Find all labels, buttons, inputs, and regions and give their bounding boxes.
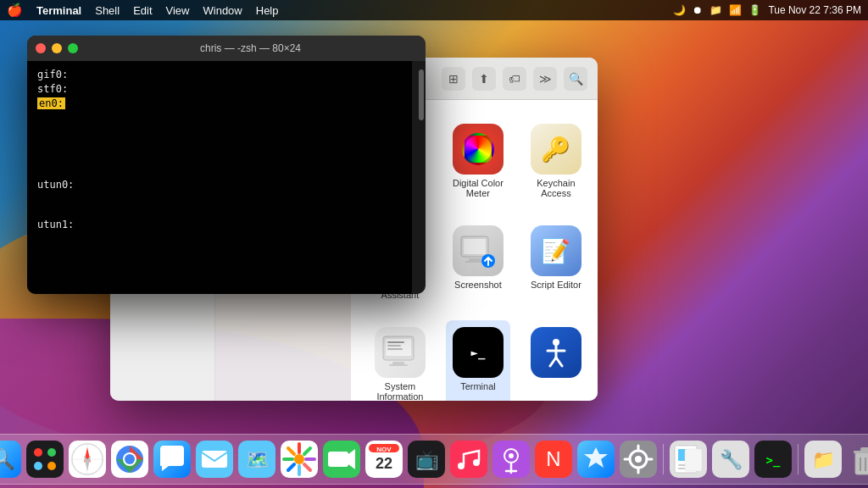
desktop: 🍎 Terminal Shell Edit View Window Help 🌙… (0, 0, 868, 488)
svg-text:🔧: 🔧 (720, 448, 743, 471)
svg-rect-24 (26, 441, 64, 478)
terminal-line-4: utun0: (37, 178, 415, 192)
svg-rect-6 (464, 239, 486, 254)
app-item-system-information[interactable]: SystemInformation (368, 320, 432, 401)
dock-item-messages[interactable] (153, 440, 192, 479)
screenshot-label: Screenshot (454, 280, 502, 290)
dock: 🔍 (0, 434, 868, 485)
svg-rect-15 (392, 362, 404, 364)
svg-point-66 (473, 459, 480, 466)
svg-rect-42 (202, 451, 227, 468)
svg-point-25 (34, 448, 42, 457)
svg-point-46 (294, 454, 304, 464)
dock-item-launchpad[interactable] (25, 440, 64, 479)
dock-item-calendar[interactable]: NOV 22 (364, 440, 403, 479)
dock-item-finder[interactable]: 🔍 (0, 440, 22, 479)
app-item-keychain-access[interactable]: 🔑 Keychain Access (524, 117, 588, 205)
share-button[interactable]: ⬆ (472, 67, 496, 91)
search-button[interactable]: 🔍 (564, 67, 587, 91)
dock-item-terminal-dock[interactable]: >_ (754, 440, 793, 479)
svg-text:📁: 📁 (812, 448, 836, 471)
terminal-window: chris — -zsh — 80×24 gif0: stf0: en0: ut… (27, 36, 426, 294)
accessibility-icon (531, 327, 581, 378)
tag-button[interactable]: 🏷 (503, 67, 526, 91)
dock-item-maps[interactable]: 🗺️ (237, 440, 276, 479)
battery-icon: 🔋 (748, 4, 761, 16)
dock-item-facetime[interactable] (322, 440, 361, 479)
svg-rect-16 (389, 364, 408, 366)
app-item-accessibility[interactable] (524, 320, 588, 401)
window-menu[interactable]: Window (203, 4, 242, 17)
dock-item-utilities[interactable]: 🔧 (711, 440, 750, 479)
terminal-highlight-line: en0: (37, 97, 65, 109)
terminal-scrollbar[interactable] (419, 61, 424, 294)
svg-point-27 (34, 462, 42, 470)
svg-text:>_: >_ (766, 453, 781, 468)
script-editor-label: Script Editor (531, 280, 581, 290)
terminal-line-0: gif0: (37, 68, 415, 82)
svg-text:N: N (546, 447, 560, 470)
finder-icon-menu: 📁 (709, 4, 722, 16)
terminal-line-2: en0: (37, 97, 415, 111)
dock-item-preview[interactable] (669, 440, 708, 479)
app-item-digital-color-meter[interactable]: Digital ColorMeter (446, 117, 510, 205)
shell-menu[interactable]: Shell (95, 4, 120, 17)
dock-item-safari[interactable] (68, 440, 107, 479)
terminal-minimize-button[interactable] (52, 43, 62, 53)
svg-rect-12 (387, 341, 404, 343)
terminal-maximize-button[interactable] (68, 43, 78, 53)
svg-point-77 (635, 456, 642, 463)
menubar-right: 🌙 ⏺ 📁 📶 🔋 Tue Nov 22 7:36 PM (673, 4, 861, 16)
app-item-terminal[interactable]: ►_ Terminal (446, 320, 510, 401)
svg-rect-13 (387, 345, 401, 347)
terminal-body[interactable]: gif0: stf0: en0: utun0: utun1: (27, 61, 426, 294)
svg-point-39 (125, 454, 135, 464)
screenshot-icon (453, 225, 504, 276)
svg-rect-87 (685, 449, 702, 471)
svg-point-69 (509, 453, 514, 458)
dock-item-system-preferences[interactable] (619, 440, 658, 479)
view-menu[interactable]: View (166, 4, 190, 17)
svg-text:🔍: 🔍 (0, 446, 15, 471)
dock-item-appstore[interactable] (576, 440, 615, 479)
grid-view-button[interactable]: ⊞ (442, 67, 465, 91)
dock-item-photos[interactable] (280, 440, 319, 479)
more-button[interactable]: ≫ (533, 67, 557, 91)
keychain-access-label: Keychain Access (531, 178, 581, 198)
dock-item-news[interactable]: N (534, 440, 573, 479)
dock-item-chrome[interactable] (110, 440, 149, 479)
system-information-icon (375, 327, 426, 378)
svg-text:22: 22 (376, 455, 392, 472)
app-item-script-editor[interactable]: 📝 Script Editor (524, 219, 588, 307)
wifi-icon: 📶 (729, 4, 742, 16)
keychain-access-icon: 🔑 (531, 124, 581, 175)
svg-point-65 (458, 463, 465, 469)
dock-item-mail[interactable] (195, 440, 234, 479)
dock-item-music[interactable] (449, 440, 488, 479)
terminal-titlebar: chris — -zsh — 80×24 (27, 36, 426, 61)
app-item-screenshot[interactable]: Screenshot (446, 219, 510, 307)
dock-separator (663, 444, 664, 474)
terminal-close-button[interactable] (36, 43, 46, 53)
digital-color-meter-label: Digital ColorMeter (453, 178, 504, 198)
svg-rect-56 (328, 452, 348, 467)
edit-menu[interactable]: Edit (133, 4, 152, 17)
dock-item-appletv[interactable]: 📺 (407, 440, 446, 479)
svg-text:🗺️: 🗺️ (246, 448, 270, 471)
svg-text:NOV: NOV (376, 446, 392, 453)
svg-rect-14 (387, 348, 403, 350)
terminal-app-label: Terminal (460, 381, 496, 391)
datetime-display: Tue Nov 22 7:36 PM (768, 4, 861, 16)
terminal-line-1: stf0: (37, 82, 415, 97)
app-name-menu[interactable]: Terminal (36, 4, 81, 17)
dock-separator-2 (798, 444, 798, 474)
svg-rect-7 (469, 258, 481, 261)
apple-menu[interactable]: 🍎 (7, 3, 23, 18)
svg-line-21 (556, 358, 562, 366)
terminal-app-icon: ►_ (453, 327, 504, 378)
dock-item-trash[interactable] (846, 440, 868, 479)
help-menu[interactable]: Help (256, 4, 279, 17)
svg-rect-97 (860, 447, 868, 452)
dock-item-finder2[interactable]: 📁 (804, 440, 843, 479)
dock-item-podcasts[interactable] (492, 440, 531, 479)
